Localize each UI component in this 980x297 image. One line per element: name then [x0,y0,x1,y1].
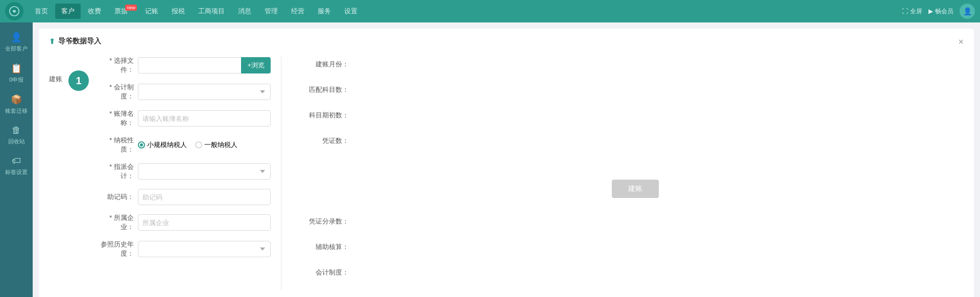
accounting-system-label: 会计制度： [307,268,353,277]
ledger-name-input[interactable] [138,110,271,127]
company-label: * 所属企业： [97,213,138,232]
avatar[interactable]: 👤 [960,4,975,19]
sidebar-item-tag[interactable]: 🏷 标签设置 [0,152,33,180]
nav-item-fee[interactable]: 收费 [82,4,107,19]
nav-item-home[interactable]: 首页 [29,4,54,19]
sidebar-item-recycle[interactable]: 🗑 回收站 [0,121,33,150]
memo-label: 助记码： [97,192,138,202]
accounting-system-row: 会计制度： [307,264,964,281]
history-label: 参照历史年度： [97,240,138,258]
submit-button[interactable]: 建账 [612,180,659,198]
file-row: * 选择文件： +浏览 [97,56,271,75]
initial-label: 科目期初数： [307,111,353,120]
nav-item-invoice[interactable]: 票据 new [108,4,138,19]
declare-icon: 📋 [11,63,22,74]
file-input-group: +浏览 [138,57,271,73]
voucher-entries-label: 凭证分录数： [307,217,353,226]
step-label: 建账 [49,75,62,84]
sidebar: 👤 全部客户 📋 0申报 📦 账套迁移 🗑 回收站 🏷 标签设置 [0,22,33,297]
content-area: ⬆ 导爷数据导入 × 建账 1 * 选择文件： [33,22,980,297]
month-label: 建账月份： [307,60,353,69]
vip-icon: ▶ [928,8,933,15]
file-label: * 选择文件： [97,56,138,75]
page-card: ⬆ 导爷数据导入 × 建账 1 * 选择文件： [39,29,974,297]
nav-item-service[interactable]: 服务 [312,4,337,19]
app-logo[interactable] [5,2,23,20]
close-button[interactable]: × [958,37,964,47]
accounting-select[interactable] [138,84,271,100]
tax-type-label: * 纳税性质： [97,136,138,154]
voucher-label: 凭证数： [307,136,353,145]
history-row: 参照历史年度： [97,240,271,258]
radio-general [195,141,202,148]
recycle-icon: 🗑 [12,125,21,136]
aux-label: 辅助核算： [307,242,353,252]
nav-item-message[interactable]: 消息 [232,4,257,19]
company-input[interactable] [138,214,271,231]
tax-small-scale[interactable]: 小规模纳税人 [138,140,187,150]
vertical-divider [281,56,281,290]
voucher-entries-row: 凭证分录数： [307,213,964,230]
memo-input[interactable] [138,189,271,205]
voucher-row: 凭证数： [307,133,964,149]
nav-item-manage[interactable]: 管理 [258,4,284,19]
top-navigation: 首页 客户 收费 票据 new 记账 报税 工商项目 消息 管理 经营 服务 设… [0,0,980,22]
accounting-row: * 会计制度： [97,83,271,101]
nav-item-industry[interactable]: 工商项目 [192,4,231,19]
step-circle: 1 [68,70,89,91]
accountant-row: * 指派会计： [97,162,271,181]
accounting-label: * 会计制度： [97,83,138,101]
initial-row: 科目期初数： [307,107,964,123]
ledger-name-row: * 账簿名称： [97,109,271,128]
accountant-label: * 指派会计： [97,162,138,181]
upload-icon: ⬆ [49,37,55,45]
form-container: 建账 1 * 选择文件： +浏览 [49,56,964,290]
new-badge: new [125,5,137,11]
history-select[interactable] [138,241,271,257]
nav-menu: 首页 客户 收费 票据 new 记账 报税 工商项目 消息 管理 经营 服务 设… [29,4,902,19]
tag-icon: 🏷 [12,156,21,166]
main-layout: 👤 全部客户 📋 0申报 📦 账套迁移 🗑 回收站 🏷 标签设置 ⬆ 导爷数据导… [0,22,980,297]
form-right-section: 建账月份： 匹配科目数： 科目期初数： 凭证数： [292,56,964,290]
person-icon: 👤 [11,32,22,43]
nav-item-operation[interactable]: 经营 [285,4,310,19]
company-row: * 所属企业： [97,213,271,232]
tax-type-row: * 纳税性质： 小规模纳税人 一般纳税人 [97,136,271,154]
tax-radio-group: 小规模纳税人 一般纳税人 [138,140,237,150]
accountant-select[interactable] [138,163,271,180]
month-row: 建账月份： [307,56,964,72]
migrate-icon: 📦 [11,94,22,105]
browse-button[interactable]: +浏览 [241,57,271,73]
form-left-section: 建账 1 * 选择文件： +浏览 [49,56,271,290]
aux-row: 辅助核算： [307,239,964,255]
tax-general[interactable]: 一般纳税人 [195,140,237,150]
nav-item-customer[interactable]: 客户 [55,4,81,19]
vip-btn[interactable]: ▶ 畅会员 [928,7,953,16]
fullscreen-icon: ⛶ [902,8,908,15]
file-text-input[interactable] [138,57,241,73]
fullscreen-btn[interactable]: ⛶ 全屏 [902,7,922,16]
sidebar-item-declare[interactable]: 📋 0申报 [0,59,33,88]
avatar-icon: 👤 [963,7,972,15]
nav-item-bookkeeping[interactable]: 记账 [139,4,164,19]
match-row: 匹配科目数： [307,82,964,98]
sidebar-item-migrate[interactable]: 📦 账套迁移 [0,90,33,119]
nav-item-settings[interactable]: 设置 [338,4,364,19]
page-title: ⬆ 导爷数据导入 [49,37,964,46]
nav-item-tax[interactable]: 报税 [165,4,191,19]
ledger-name-label: * 账簿名称： [97,109,138,128]
form-fields: * 选择文件： +浏览 * 会计制度： [97,56,271,266]
sidebar-item-all-customers[interactable]: 👤 全部客户 [0,28,33,57]
topnav-right: ⛶ 全屏 ▶ 畅会员 👤 [902,4,975,19]
memo-row: 助记码： [97,189,271,205]
match-label: 匹配科目数： [307,85,353,94]
radio-small-checked [138,141,145,148]
